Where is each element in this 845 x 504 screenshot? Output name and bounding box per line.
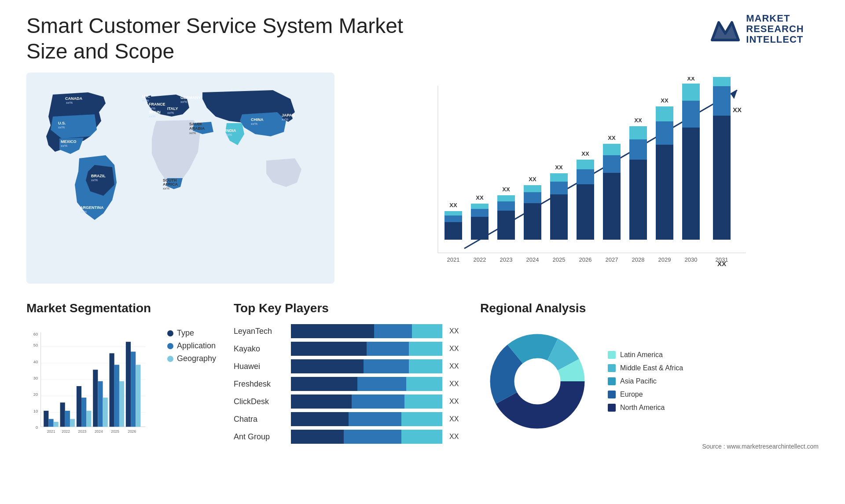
canada-value: xx% — [66, 101, 73, 105]
svg-rect-99 — [136, 365, 140, 427]
svg-text:20: 20 — [33, 393, 38, 397]
brazil-label: BRAZIL — [91, 174, 106, 178]
svg-text:30: 30 — [33, 376, 38, 380]
key-players-section: Top Key Players LeyanTech XX Kayak — [234, 301, 463, 495]
mexico-value: xx% — [61, 144, 67, 148]
svg-text:2026: 2026 — [579, 256, 592, 263]
svg-rect-34 — [577, 160, 594, 169]
svg-rect-14 — [471, 204, 489, 209]
uk-value: xx% — [142, 99, 149, 102]
svg-rect-82 — [65, 411, 70, 427]
france-label: FRANCE — [149, 102, 165, 106]
svg-rect-17 — [497, 211, 515, 240]
svg-text:2029: 2029 — [658, 256, 671, 263]
svg-rect-13 — [471, 209, 489, 217]
svg-rect-98 — [131, 352, 136, 427]
germany-value: xx% — [180, 100, 187, 104]
logo-container: MARKET RESEARCH INTELLECT — [695, 13, 819, 45]
legend-application: Application — [167, 341, 216, 351]
svg-rect-24 — [524, 185, 541, 192]
world-map-svg: CANADA xx% U.S. xx% MEXICO xx% BRAZIL xx… — [26, 73, 334, 284]
segmentation-section: Market Segmentation 0 10 20 30 40 50 60 — [26, 301, 216, 495]
svg-text:2026: 2026 — [128, 430, 136, 434]
legend-asia-pacific: Asia Pacific — [608, 377, 683, 385]
segmentation-bar-chart: 0 10 20 30 40 50 60 — [26, 324, 150, 447]
legend-latin-america: Latin America — [608, 351, 683, 359]
china-value: xx% — [251, 122, 257, 126]
segmentation-title: Market Segmentation — [26, 301, 216, 315]
player-row-kayako: Kayako XX — [234, 342, 463, 356]
svg-rect-58 — [713, 86, 731, 116]
svg-rect-23 — [524, 192, 541, 203]
india-label: INDIA — [225, 128, 236, 133]
page-title: Smart Customer Service System Market Siz… — [26, 13, 422, 64]
svg-text:XX: XX — [733, 106, 742, 113]
regional-legend: Latin America Middle East & Africa Asia … — [608, 351, 683, 412]
player-row-leyantech: LeyanTech XX — [234, 324, 463, 338]
italy-value: xx% — [167, 111, 174, 115]
spain-label: SPAIN — [149, 110, 161, 114]
logo-box: MARKET RESEARCH INTELLECT — [710, 13, 804, 45]
player-row-freshdesk: Freshdesk XX — [234, 377, 463, 391]
svg-text:2023: 2023 — [78, 430, 87, 434]
us-shape — [51, 114, 97, 139]
svg-text:2021: 2021 — [47, 430, 55, 434]
regional-title: Regional Analysis — [480, 301, 819, 315]
regional-donut-svg — [480, 324, 595, 438]
player-row-huawei: Huawei XX — [234, 359, 463, 373]
south-africa-value: xx% — [163, 186, 169, 190]
svg-rect-85 — [77, 386, 81, 427]
svg-rect-87 — [86, 411, 91, 427]
player-row-antgroup: Ant Group XX — [234, 430, 463, 444]
japan-label: JAPAN — [282, 113, 295, 117]
header: Smart Customer Service System Market Siz… — [26, 13, 819, 64]
player-list: LeyanTech XX Kayako — [234, 324, 463, 444]
svg-rect-18 — [497, 201, 515, 211]
svg-rect-42 — [629, 160, 647, 240]
svg-text:XX: XX — [581, 150, 589, 157]
italy-label: ITALY — [167, 106, 178, 111]
svg-text:XX: XX — [529, 176, 536, 183]
svg-text:XX: XX — [661, 97, 669, 104]
svg-text:XX: XX — [555, 164, 563, 171]
svg-text:2030: 2030 — [685, 256, 698, 263]
svg-rect-39 — [603, 144, 621, 155]
south-africa-label2: AFRICA — [163, 182, 178, 186]
legend-geography: Geography — [167, 354, 216, 363]
legend-middle-east-africa: Middle East & Africa — [608, 364, 683, 372]
svg-rect-86 — [81, 398, 86, 427]
us-value: xx% — [58, 125, 65, 129]
svg-rect-78 — [48, 419, 53, 427]
uk-label: U.K. — [142, 94, 150, 99]
logo-text: MARKET RESEARCH INTELLECT — [746, 13, 804, 45]
china-label: CHINA — [251, 117, 264, 122]
svg-rect-33 — [577, 169, 594, 184]
key-players-title: Top Key Players — [234, 301, 463, 315]
legend-type: Type — [167, 329, 216, 338]
svg-rect-91 — [103, 398, 108, 427]
svg-rect-37 — [603, 173, 621, 240]
saudi-value: xx% — [189, 131, 196, 135]
svg-rect-19 — [497, 195, 515, 201]
svg-rect-81 — [60, 402, 65, 427]
world-map-container: CANADA xx% U.S. xx% MEXICO xx% BRAZIL xx… — [26, 73, 334, 284]
svg-rect-53 — [682, 101, 700, 128]
source-text: Source : www.marketresearchintellect.com — [480, 443, 819, 450]
svg-text:10: 10 — [33, 409, 38, 413]
india-value: xx% — [225, 133, 232, 137]
svg-text:XX: XX — [476, 194, 484, 201]
svg-text:60: 60 — [33, 332, 38, 336]
svg-rect-79 — [54, 422, 59, 427]
svg-rect-89 — [93, 370, 98, 427]
argentina-label: ARGENTINA — [80, 205, 104, 210]
canada-label: CANADA — [65, 96, 82, 101]
svg-rect-93 — [110, 353, 114, 427]
brand-logo-icon — [710, 14, 741, 44]
svg-rect-47 — [656, 145, 673, 240]
svg-text:2027: 2027 — [606, 256, 618, 263]
legend-north-america: North America — [608, 404, 683, 412]
svg-rect-97 — [126, 342, 131, 427]
regional-section: Regional Analysis — [480, 301, 819, 495]
svg-text:2023: 2023 — [500, 256, 513, 263]
svg-text:2021: 2021 — [447, 256, 460, 263]
